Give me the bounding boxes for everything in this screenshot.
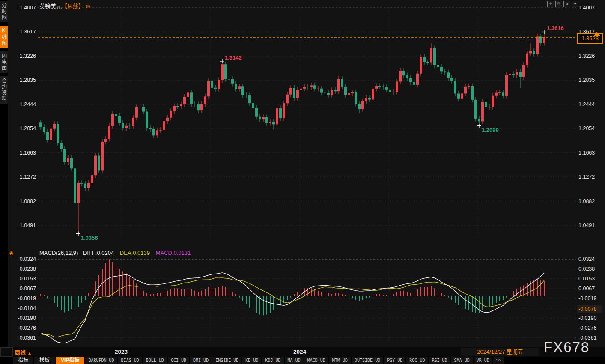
toolbar-tab-KD_UD[interactable]: KD_UD: [242, 357, 261, 364]
macd-tick-right: -0.0190: [578, 315, 596, 322]
toolbar-tab-CCI_UD[interactable]: CCI_UD: [168, 357, 189, 364]
price-tick-left: 1.2444: [16, 101, 36, 108]
period-arrow-icon: ▲: [27, 351, 32, 355]
toolbar-tab-VR_UD[interactable]: VR_UD: [474, 357, 492, 364]
macd-tick-right: 0.0238: [578, 266, 595, 272]
symbol-name: 英镑美元: [39, 3, 62, 9]
macd-tick-left: -0.0190: [16, 315, 36, 322]
macd-tick-right: 0.0153: [578, 275, 595, 282]
price-tick-left: 1.4007: [16, 4, 36, 11]
toolbar-tab-KDJ_UD[interactable]: KDJ_UD: [262, 357, 283, 364]
macd-tick-left: -0.0361: [16, 334, 36, 341]
toolbar-tab-BARUPDN_UD[interactable]: BARUPDN_UD: [85, 357, 117, 364]
price-tick-right: 1.3226: [578, 53, 595, 60]
annotation-1.2099: 1.2099: [482, 127, 499, 133]
toolbar-tab-DMI_UD[interactable]: DMI_UD: [190, 357, 212, 364]
toolbar-tab->>[interactable]: >>: [493, 357, 504, 364]
macd-tick-left: 0.0067: [16, 285, 36, 292]
year-label-2024: 2024: [293, 349, 306, 355]
watermark: FX678: [544, 339, 590, 355]
toolbar-tab-MACD_UD[interactable]: MACD_UD: [304, 357, 328, 364]
macd-tick-left: -0.0104: [16, 305, 36, 312]
toolbar-tab-VIP[interactable]: VIP指标: [56, 357, 84, 364]
macd-highlight-label: -0.0078: [577, 305, 602, 313]
price-tick-left: 1.0491: [16, 222, 36, 229]
toolbar-tab-SMA_UD[interactable]: SMA_UD: [451, 357, 473, 364]
macd-tick-left: -0.0019: [16, 295, 36, 302]
indicator-target-icon[interactable]: ◉: [9, 250, 14, 256]
period-tag[interactable]: 【周线】: [62, 3, 84, 9]
corner-cell-top: [0, 347, 13, 356]
crosshair-move-icon[interactable]: ✛: [547, 1, 554, 7]
toolbar-tab-RSI_UD[interactable]: RSI_UD: [429, 357, 450, 364]
price-tick-left: 1.1663: [16, 149, 36, 156]
macd-tick-right: 0.0324: [578, 256, 595, 263]
price-tick-left: 1.0882: [16, 198, 36, 205]
macd-dea-value: DEA:0.0139: [120, 250, 150, 256]
macd-diff-value: DIFF:0.0204: [83, 250, 114, 256]
year-label-2023: 2023: [115, 349, 128, 355]
macd-tick-right: -0.0019: [578, 295, 596, 302]
toolbar-tab-[interactable]: 指标: [13, 357, 33, 364]
toolbar-tab-PSY_UD[interactable]: PSY_UD: [384, 357, 405, 364]
macd-tick-left: 0.0324: [16, 256, 36, 263]
toolbar-tab-[interactable]: 模板: [34, 357, 55, 364]
annotation-1.0356: 1.0356: [81, 235, 98, 241]
price-tick-right: 1.0491: [578, 222, 595, 229]
period-selector[interactable]: 周线▲: [15, 348, 32, 356]
price-tick-right: 1.0882: [578, 198, 595, 205]
pan-right-icon[interactable]: ⇥: [572, 1, 578, 7]
toolbar-tab-ROC_UD[interactable]: ROC_UD: [406, 357, 428, 364]
price-tick-right: 1.1663: [578, 149, 595, 156]
zoom-in-box-icon[interactable]: ⇱: [555, 1, 562, 7]
price-tick-right: 1.2835: [578, 77, 595, 84]
zoom-controls: ✛⇱⇲⇥: [547, 1, 578, 7]
toolbar-tab-BIAS_UD[interactable]: BIAS_UD: [118, 357, 142, 364]
price-tick-right: 1.2444: [578, 101, 595, 108]
chart-title: 英镑美元【周线】⊕: [39, 2, 90, 10]
price-alert-arrow-base: [594, 35, 600, 36]
add-indicator-icon[interactable]: ⊕: [86, 3, 90, 9]
annotation-1.3142: 1.3142: [225, 54, 242, 61]
price-and-macd-canvas[interactable]: [0, 0, 605, 347]
crosshair-date-label: 2024/12/27 星期五: [461, 348, 539, 356]
toolbar-tab-OUTSIDE_UD[interactable]: OUTSIDE_UD: [352, 357, 383, 364]
macd-tick-left: 0.0153: [16, 275, 36, 282]
macd-header: MACD(26,12,9) DIFF:0.0204 DEA:0.0139 MAC…: [39, 250, 191, 256]
price-tick-left: 1.2835: [16, 77, 36, 84]
toolbar-tab-MA_UD[interactable]: MA_UD: [285, 357, 304, 364]
toolbar-tab-BOLL_UD[interactable]: BOLL_UD: [143, 357, 167, 364]
price-tick-left: 1.3617: [16, 28, 36, 35]
annotation-1.3616: 1.3616: [547, 25, 564, 31]
macd-tick-left: -0.0276: [16, 325, 36, 331]
zoom-out-box-icon[interactable]: ⇲: [563, 1, 570, 7]
price-tick-right: 1.4007: [578, 4, 595, 11]
price-tick-right: 1.1272: [578, 173, 595, 180]
chart-plot-area[interactable]: [0, 0, 605, 347]
price-tick-right: 1.2054: [578, 125, 595, 132]
price-tick-left: 1.1272: [16, 173, 36, 180]
toolbar-tab-INSIDE_UD[interactable]: INSIDE_UD: [212, 357, 241, 364]
macd-tick-left: 0.0238: [16, 266, 36, 272]
macd-params: MACD(26,12,9): [39, 250, 78, 256]
period-text: 周线: [15, 349, 26, 356]
price-alert-arrow-icon[interactable]: [595, 32, 599, 35]
toolbar-tab-MTM_UD[interactable]: MTM_UD: [329, 357, 351, 364]
price-tick-left: 1.3226: [16, 53, 36, 60]
macd-macd-value: MACD:0.0131: [156, 250, 191, 256]
indicator-toolbar: 指标模板VIP指标BARUPDN_UDBIAS_UDBOLL_UDCCI_UDD…: [13, 357, 504, 364]
macd-tick-right: -0.0276: [578, 325, 596, 331]
macd-tick-right: 0.0067: [578, 285, 595, 292]
price-tick-left: 1.2054: [16, 125, 36, 132]
